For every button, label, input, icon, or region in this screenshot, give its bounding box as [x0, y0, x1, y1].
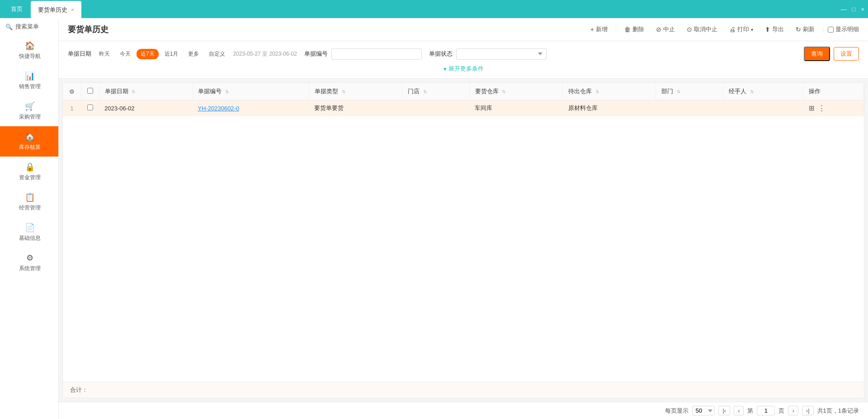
requisition-table: ⚙ 单据日期 ⇅ 单据编号 ⇅ — [63, 83, 864, 116]
th-dept-label: 部门 — [661, 88, 673, 95]
tab-home[interactable]: 首页 — [4, 0, 30, 18]
sidebar-item-operations[interactable]: 📋 经营管理 — [0, 187, 58, 217]
date-btn-today[interactable]: 今天 — [116, 49, 135, 59]
table-footer: 合计： — [63, 382, 864, 398]
new-button[interactable]: + 新增 — [587, 24, 611, 35]
quicknav-icon: 🏠 — [25, 41, 35, 51]
more-action-icon[interactable]: ⋮ — [818, 104, 825, 112]
td-billno-link[interactable]: YH-20230602-0 — [198, 105, 239, 112]
sidebar-item-basicinfo[interactable]: 📄 基础信息 — [0, 217, 58, 248]
inventory-icon: 🏠 — [25, 132, 35, 142]
th-actions: 操作 — [803, 83, 864, 100]
refresh-icon: ↻ — [796, 26, 801, 33]
sidebar-label-basicinfo: 基础信息 — [19, 234, 41, 242]
th-billtype-label: 单据类型 — [315, 88, 338, 95]
sort-billno-icon[interactable]: ⇅ — [225, 89, 229, 94]
delete-icon: 🗑 — [624, 26, 631, 33]
table-row: 1 2023-06-02 YH-20230602-0 要货单要货 车间库 — [63, 100, 864, 116]
th-billno-label: 单据编号 — [198, 88, 222, 95]
th-pending-warehouse-label: 待出仓库 — [568, 88, 592, 95]
export-icon: ⬆ — [765, 26, 770, 33]
last-page-button[interactable]: ›| — [802, 406, 814, 415]
sidebar-item-finance[interactable]: 🔒 资金管理 — [0, 157, 58, 187]
filter-row-1: 单据日期 昨天 今天 近7天 近1月 更多 自定义 2023-05-27 至 2… — [68, 47, 859, 61]
suspend-button[interactable]: ⊘ 中止 — [652, 24, 679, 35]
table-header-row: ⚙ 单据日期 ⇅ 单据编号 ⇅ — [63, 83, 864, 100]
new-label: 新增 — [596, 25, 608, 33]
sort-dept-icon[interactable]: ⇅ — [677, 89, 680, 94]
th-req-warehouse: 要货仓库 ⇅ — [469, 83, 562, 100]
expand-more-button[interactable]: ▾ 展开更多条件 — [68, 65, 859, 73]
first-page-button[interactable]: |‹ — [718, 406, 730, 415]
print-button[interactable]: 🖨 打印 ▾ — [726, 24, 757, 35]
status-label: 单据状态 — [429, 50, 453, 58]
next-page-button[interactable]: › — [788, 406, 798, 415]
date-btn-more[interactable]: 更多 — [184, 49, 203, 59]
select-all-checkbox[interactable] — [87, 88, 93, 94]
settings-button[interactable]: 设置 — [834, 47, 859, 61]
th-date: 单据日期 ⇅ — [99, 83, 192, 100]
th-store: 门店 ⇅ — [402, 83, 469, 100]
sort-req-warehouse-icon[interactable]: ⇅ — [502, 89, 505, 94]
content-area: 要货单历史 + 新增 🗑 删除 ⊘ 中止 ⊙ 取消中止 — [59, 18, 868, 419]
cancel-suspend-icon: ⊙ — [687, 26, 692, 33]
td-pending-warehouse: 原材料仓库 — [563, 100, 656, 116]
window-controls: — □ × — [841, 6, 864, 13]
tab-requisition-history[interactable]: 要货单历史 × — [31, 1, 81, 19]
row-checkbox[interactable] — [87, 105, 93, 110]
th-checkbox — [81, 83, 99, 100]
divider-1 — [616, 26, 616, 33]
minimize-button[interactable]: — — [841, 6, 847, 13]
maximize-button[interactable]: □ — [852, 6, 856, 13]
tab-close-icon[interactable]: × — [71, 7, 74, 13]
status-select[interactable] — [456, 48, 547, 60]
delete-button[interactable]: 🗑 删除 — [621, 24, 648, 35]
sort-handler-icon[interactable]: ⇅ — [750, 89, 754, 94]
print-icon: 🖨 — [729, 26, 736, 33]
sort-date-icon[interactable]: ⇅ — [132, 89, 135, 94]
date-btn-yesterday[interactable]: 昨天 — [95, 49, 114, 59]
finance-icon: 🔒 — [25, 162, 35, 172]
sidebar-item-inventory[interactable]: 🏠 库存核算 — [0, 126, 58, 157]
th-settings[interactable]: ⚙ — [63, 83, 81, 100]
sort-store-icon[interactable]: ⇅ — [423, 89, 427, 94]
date-btn-custom[interactable]: 自定义 — [205, 49, 229, 59]
td-req-warehouse: 车间库 — [469, 100, 562, 116]
sidebar-item-sales[interactable]: 📊 销售管理 — [0, 66, 58, 96]
table-wrapper: ⚙ 单据日期 ⇅ 单据编号 ⇅ — [63, 83, 864, 382]
close-button[interactable]: × — [861, 6, 864, 13]
date-btn-7days[interactable]: 近7天 — [137, 49, 159, 59]
top-bar: 首页 要货单历史 × — □ × — [0, 0, 868, 18]
sidebar-item-system[interactable]: ⚙ 系统管理 — [0, 248, 58, 278]
sidebar-item-quicknav[interactable]: 🏠 快捷导航 — [0, 35, 58, 66]
view-action-icon[interactable]: ⊞ — [809, 104, 815, 112]
export-button[interactable]: ⬆ 导出 — [761, 24, 788, 35]
purchase-icon: 🛒 — [25, 101, 35, 111]
page-number-input[interactable] — [757, 406, 775, 415]
sidebar-item-purchase[interactable]: 🛒 采购管理 — [0, 96, 58, 126]
sidebar-label-sales: 销售管理 — [19, 83, 41, 90]
sidebar-search[interactable]: 🔍 搜索菜单 — [0, 18, 58, 35]
sort-pending-warehouse-icon[interactable]: ⇅ — [595, 89, 599, 94]
search-icon: 🔍 — [5, 24, 13, 30]
cancel-suspend-button[interactable]: ⊙ 取消中止 — [683, 24, 721, 35]
total-info: 共1页，1条记录 — [817, 407, 859, 415]
prev-page-button[interactable]: ‹ — [734, 406, 744, 415]
billno-label: 单据编号 — [304, 50, 328, 58]
filter-group-date: 单据日期 昨天 今天 近7天 近1月 更多 自定义 2023-05-27 至 2… — [68, 49, 297, 59]
expand-more-icon: ▾ — [443, 66, 447, 72]
date-btn-1month[interactable]: 近1月 — [160, 49, 183, 59]
refresh-button[interactable]: ↻ 刷新 — [792, 24, 818, 35]
per-page-select[interactable]: 50 100 200 — [692, 406, 715, 415]
query-button[interactable]: 查询 — [804, 47, 830, 61]
billno-input[interactable] — [331, 48, 422, 60]
filter-group-status: 单据状态 — [429, 48, 547, 60]
display-cell-toggle[interactable]: 显示明细 — [828, 25, 859, 33]
th-billno: 单据编号 ⇅ — [192, 83, 309, 100]
td-dept — [656, 100, 723, 116]
sort-billtype-icon[interactable]: ⇅ — [342, 89, 345, 94]
th-pending-warehouse: 待出仓库 ⇅ — [563, 83, 656, 100]
th-billtype: 单据类型 ⇅ — [309, 83, 402, 100]
display-cell-checkbox[interactable] — [828, 27, 834, 33]
sidebar-label-quicknav: 快捷导航 — [19, 52, 41, 60]
